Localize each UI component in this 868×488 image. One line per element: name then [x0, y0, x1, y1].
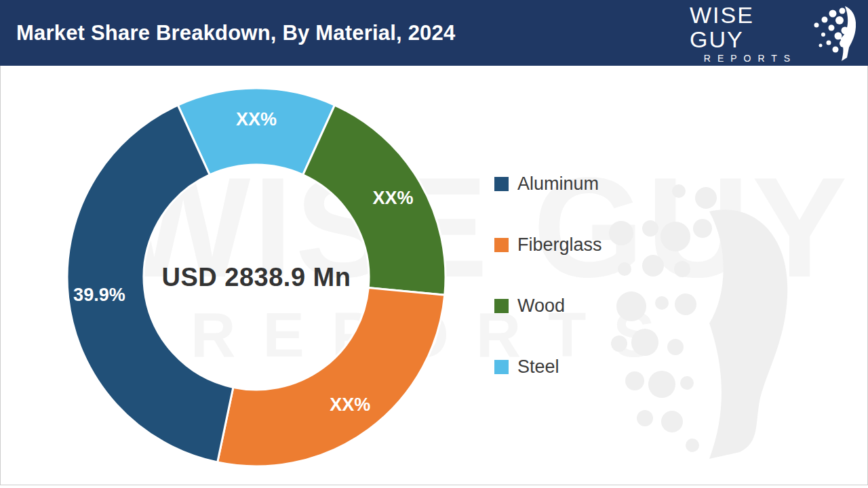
slice-value-wood: XX% [373, 188, 414, 208]
brand-wordmark: WISE GUY REPORTS [690, 3, 807, 64]
brand-logo: WISE GUY REPORTS [690, 5, 856, 61]
slice-value-aluminum: 39.9% [73, 285, 125, 305]
header-bar: Market Share Breakdown, By Material, 202… [0, 0, 868, 66]
chart-center-value: USD 2838.9 Mn [121, 262, 392, 293]
slice-value-fiberglass: XX% [330, 394, 370, 415]
brand-name: WISE GUY [690, 3, 807, 52]
brand-subtitle: REPORTS [700, 53, 797, 64]
report-page: WISE GUY REPORTS Aluminum Fibergla [0, 0, 868, 488]
donut-chart: XX%XX%XX%39.9% [0, 0, 868, 488]
slice-value-steel: XX% [236, 109, 277, 129]
page-title: Market Share Breakdown, By Material, 202… [16, 21, 455, 45]
donut-slice-fiberglass [218, 288, 445, 466]
brand-face-dots-icon [810, 5, 856, 62]
